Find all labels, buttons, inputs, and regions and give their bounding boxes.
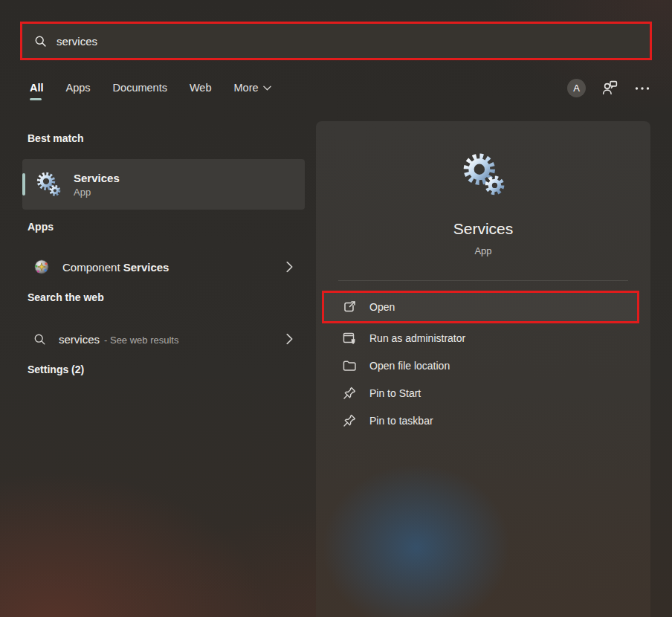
search-bar[interactable]: [20, 22, 652, 60]
services-app-icon: [34, 170, 62, 198]
active-tab-indicator: [30, 98, 42, 101]
tab-web[interactable]: Web: [190, 82, 212, 100]
tab-all-label: All: [30, 82, 44, 94]
action-run-as-administrator[interactable]: Run as administrator: [316, 324, 650, 352]
action-pin-to-start-label: Pin to Start: [369, 387, 421, 399]
tab-apps-label: Apps: [66, 82, 91, 94]
folder-icon: [342, 358, 357, 373]
panel-app-type: App: [316, 245, 650, 256]
result-label-regular: Component: [62, 261, 120, 274]
windows-search-flyout: { "search": { "value": "services", "plac…: [0, 0, 672, 617]
action-run-admin-label: Run as administrator: [369, 332, 465, 344]
divider: [338, 280, 628, 281]
result-component-services[interactable]: Component Services: [22, 250, 305, 284]
header-icons: A: [567, 79, 650, 97]
open-external-icon: [342, 300, 357, 314]
selection-indicator: [22, 173, 25, 196]
avatar[interactable]: A: [567, 79, 586, 97]
search-icon: [34, 35, 47, 48]
tab-more-label: More: [234, 82, 259, 94]
action-pin-to-taskbar-label: Pin to taskbar: [369, 415, 433, 427]
web-search-hint: - See web results: [104, 335, 178, 346]
services-app-icon-large: [459, 151, 508, 200]
best-match-heading: Best match: [28, 132, 83, 144]
tab-apps[interactable]: Apps: [66, 82, 91, 100]
result-label: Component Services: [62, 261, 169, 274]
tab-documents-label: Documents: [113, 82, 167, 94]
tab-more[interactable]: More: [234, 82, 271, 100]
result-web-search[interactable]: services- See web results: [22, 322, 305, 356]
more-options-icon[interactable]: [634, 80, 650, 97]
component-services-icon: [33, 259, 50, 275]
action-open[interactable]: Open: [322, 291, 639, 323]
action-list: Open Run as administrator Open file loca…: [316, 291, 650, 434]
result-detail-panel: Services App Open Run as administrator O…: [316, 121, 650, 617]
panel-app-title: Services: [316, 220, 650, 238]
tab-web-label: Web: [190, 82, 212, 94]
web-search-label: services- See web results: [59, 333, 178, 346]
chevron-right-icon[interactable]: [286, 334, 293, 345]
best-match-title: Services: [74, 172, 120, 184]
run-admin-icon: [342, 331, 357, 346]
web-search-query: services: [59, 333, 100, 346]
pin-icon: [342, 386, 357, 401]
search-filter-tabs: All Apps Documents Web More: [30, 82, 271, 100]
action-pin-to-start[interactable]: Pin to Start: [316, 379, 650, 407]
tab-documents[interactable]: Documents: [113, 82, 167, 100]
search-icon: [33, 333, 46, 346]
result-label-bold: Services: [123, 261, 169, 274]
best-match-subtitle: App: [74, 187, 120, 198]
pin-icon: [342, 413, 357, 428]
action-open-label: Open: [369, 301, 395, 313]
feedback-icon[interactable]: [601, 80, 618, 97]
action-pin-to-taskbar[interactable]: Pin to taskbar: [316, 407, 650, 434]
settings-heading: Settings (2): [28, 364, 84, 375]
search-input[interactable]: [56, 35, 638, 48]
apps-heading: Apps: [28, 221, 54, 233]
tab-all[interactable]: All: [30, 82, 44, 100]
chevron-right-icon[interactable]: [286, 262, 293, 273]
best-match-result[interactable]: Services App: [22, 159, 305, 210]
action-open-file-location[interactable]: Open file location: [316, 352, 650, 379]
chevron-down-icon: [263, 85, 271, 91]
search-the-web-heading: Search the web: [28, 291, 104, 303]
action-open-file-location-label: Open file location: [369, 360, 450, 372]
